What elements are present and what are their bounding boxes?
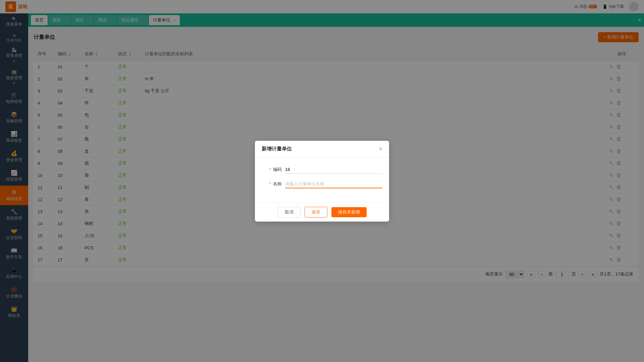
form-row-code: * 编码 bbox=[262, 166, 382, 174]
add-unit-modal: 新增计量单位 × * 编码 * 名称 取消 保存 保存并新增 bbox=[255, 141, 389, 222]
required-star-code: * bbox=[269, 167, 271, 172]
name-label: * 名称 bbox=[262, 181, 282, 187]
code-label: * 编码 bbox=[262, 167, 282, 173]
name-input[interactable] bbox=[285, 180, 382, 188]
modal-title: 新增计量单位 bbox=[262, 146, 292, 152]
code-label-text: 编码 bbox=[273, 167, 282, 172]
code-input[interactable] bbox=[285, 166, 382, 174]
modal-close-button[interactable]: × bbox=[379, 145, 382, 153]
modal-body: * 编码 * 名称 bbox=[255, 158, 389, 202]
cancel-button[interactable]: 取消 bbox=[278, 207, 301, 218]
name-label-text: 名称 bbox=[273, 181, 282, 186]
modal-header: 新增计量单位 × bbox=[255, 141, 389, 158]
modal-overlay: 新增计量单位 × * 编码 * 名称 取消 保存 保存并新增 bbox=[0, 0, 644, 362]
modal-footer: 取消 保存 保存并新增 bbox=[255, 202, 389, 222]
form-row-name: * 名称 bbox=[262, 180, 382, 188]
required-star-name: * bbox=[269, 181, 271, 186]
save-button[interactable]: 保存 bbox=[305, 207, 327, 218]
save-add-button[interactable]: 保存并新增 bbox=[331, 207, 367, 217]
